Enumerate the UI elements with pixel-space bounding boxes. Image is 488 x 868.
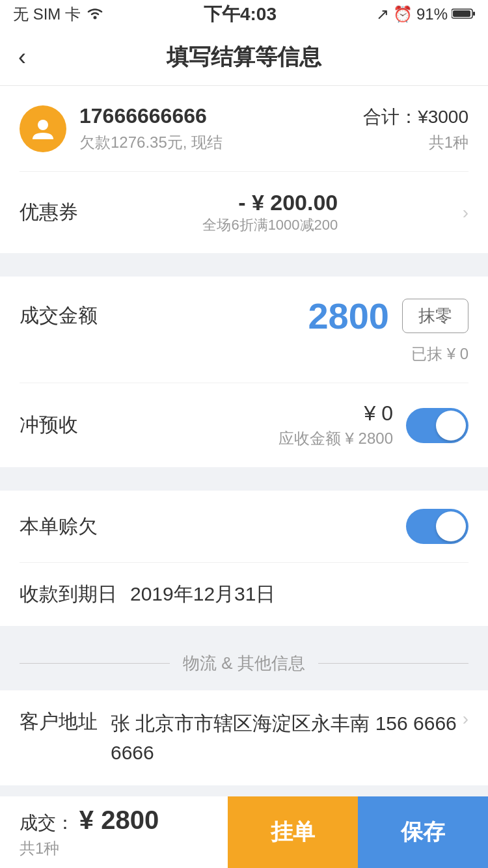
customer-right: 合计：¥3000 共1种 [363,105,468,153]
prepay-toggle[interactable] [406,408,468,443]
prepay-sub: 应收金额 ¥ 2800 [278,428,393,449]
debt-card: 本单赊欠 收款到期日 2019年12月31日 [0,491,488,626]
amount-row: 成交金额 2800 抹零 [20,295,468,337]
svg-point-4 [38,120,48,130]
coupon-desc: 全场6折满1000减200 [202,215,338,235]
address-row[interactable]: 客户地址 张 北京市市辖区海淀区永丰南 156 6666 6666 › [20,709,468,767]
address-card: 客户地址 张 北京市市辖区海淀区永丰南 156 6666 6666 › [0,690,488,785]
alarm-icon: ⏰ [393,5,413,23]
customer-debt: 欠款1276.35元, 现结 [79,132,223,153]
logistics-label: 物流 & 其他信息 [183,652,305,675]
debt-toggle[interactable] [406,509,468,544]
debt-section: 本单赊欠 [0,491,488,562]
due-date-section: 收款到期日 2019年12月31日 [0,563,488,626]
prepay-amount: ¥ 0 应收金额 ¥ 2800 [278,401,393,449]
battery-level: 91% [416,5,448,23]
deal-count: 共1种 [20,838,208,859]
total-count: 共1种 [363,132,468,153]
prepay-value: ¥ 0 [278,401,393,426]
amount-value: 2800 [308,295,389,337]
address-chevron-icon: › [463,709,468,729]
bottom-summary: 成交： ¥ 2800 共1种 [0,806,228,859]
nav-bar: ‹ 填写结算等信息 [0,29,488,86]
total-label-text: 合计： [363,107,418,127]
amount-card: 成交金额 2800 抹零 已抹 ¥ 0 冲预收 ¥ 0 应收金额 ¥ 2800 [0,277,488,467]
deal-label: 成交： [20,813,74,833]
deal-amount: ¥ 2800 [79,806,159,834]
coupon-label: 优惠券 [20,199,78,226]
customer-phone: 17666666666 [79,104,223,128]
chevron-right-icon: › [463,202,468,223]
amount-label: 成交金额 [20,303,98,329]
bottom-bar: 成交： ¥ 2800 共1种 挂单 保存 [0,796,488,868]
logistics-header: 物流 & 其他信息 [0,636,488,690]
amount-sub: 已抹 ¥ 0 [20,344,468,364]
amount-section: 成交金额 2800 抹零 已抹 ¥ 0 [0,277,488,383]
status-right: ↗ ⏰ 91% [376,5,475,23]
customer-left: 17666666666 欠款1276.35元, 现结 [20,104,223,153]
gray-separator [0,264,488,277]
status-bar: 无 SIM 卡 下午4:03 ↗ ⏰ 91% [0,0,488,29]
hang-button[interactable]: 挂单 [228,796,358,868]
due-row: 收款到期日 2019年12月31日 [20,581,468,608]
total-label: 合计：¥3000 [363,105,468,129]
wifi-icon [86,5,104,23]
save-button[interactable]: 保存 [358,796,488,868]
debt-row: 本单赊欠 [20,509,468,544]
address-section: 客户地址 张 北京市市辖区海淀区永丰南 156 6666 6666 › [0,690,488,785]
back-button[interactable]: ‹ [18,44,26,71]
location-icon: ↗ [376,5,389,23]
logistics-line-right [318,663,468,664]
customer-info: 17666666666 欠款1276.35元, 现结 [79,104,223,153]
total-amount: ¥3000 [418,107,468,127]
coupon-right: - ¥ 200.00 全场6折满1000减200 [202,190,338,235]
battery-icon [452,5,475,23]
round-button[interactable]: 抹零 [402,299,468,333]
address-value: 张 北京市市辖区海淀区永丰南 156 6666 6666 [111,709,463,767]
prepay-row: 冲预收 ¥ 0 应收金额 ¥ 2800 [20,401,468,449]
avatar [20,105,66,152]
amount-right: 2800 抹零 [308,295,468,337]
deal-label-row: 成交： ¥ 2800 [20,806,208,835]
status-left: 无 SIM 卡 [13,4,104,25]
page-title: 填写结算等信息 [167,42,321,72]
debt-label: 本单赊欠 [20,513,98,540]
customer-row: 17666666666 欠款1276.35元, 现结 合计：¥3000 共1种 [0,86,488,171]
coupon-discount: - ¥ 200.00 [202,190,338,215]
sim-status: 无 SIM 卡 [13,4,81,25]
due-value: 2019年12月31日 [130,581,275,608]
customer-card: 17666666666 欠款1276.35元, 现结 合计：¥3000 共1种 … [0,86,488,253]
address-label: 客户地址 [20,709,98,735]
coupon-row[interactable]: 优惠券 - ¥ 200.00 全场6折满1000减200 › [0,172,488,253]
gray-separator2 [0,478,488,491]
svg-rect-2 [473,12,475,16]
due-label: 收款到期日 [20,581,117,608]
prepay-section: 冲预收 ¥ 0 应收金额 ¥ 2800 [0,383,488,467]
svg-rect-3 [453,10,470,17]
prepay-label: 冲预收 [20,412,78,439]
svg-point-0 [94,16,97,20]
status-time: 下午4:03 [204,2,277,27]
prepay-right: ¥ 0 应收金额 ¥ 2800 [278,401,468,449]
logistics-line-left [20,663,170,664]
